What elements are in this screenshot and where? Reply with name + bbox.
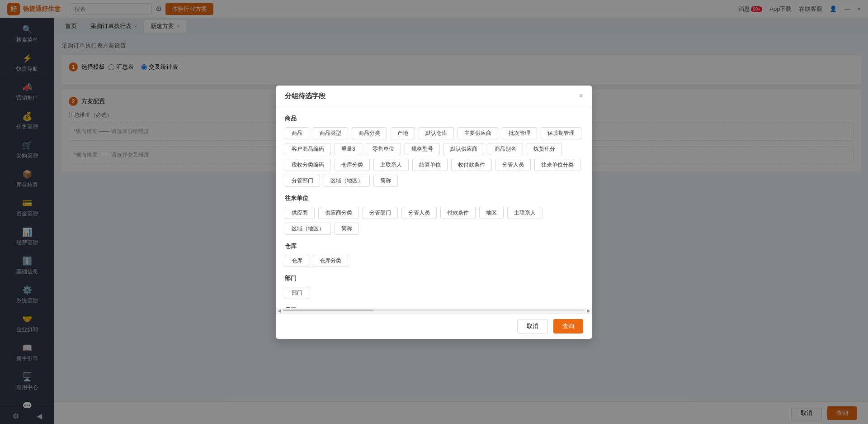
modal-footer: 取消 查询	[276, 313, 592, 339]
hscroll-left-arrow[interactable]: ◀	[278, 308, 281, 313]
field-tag[interactable]: 默认供应商	[443, 143, 484, 155]
warehouse-section-title: 仓库	[285, 242, 583, 250]
field-tag[interactable]: 供应商	[285, 207, 315, 219]
warehouse-section: 仓库 仓库 仓库分类	[285, 242, 583, 267]
field-tag[interactable]: 仓库分类	[335, 159, 370, 171]
field-tag[interactable]: 主联系人	[507, 207, 542, 219]
warehouse-field-tags: 仓库 仓库分类	[285, 255, 583, 267]
field-tag[interactable]: 付款条件	[440, 207, 476, 219]
field-tag[interactable]: 零售单位	[366, 143, 401, 155]
modal-close-btn[interactable]: ×	[579, 92, 583, 100]
field-tag[interactable]: 收付款条件	[451, 159, 492, 171]
field-tag[interactable]: 供应商分类	[318, 207, 359, 219]
field-tag[interactable]: 主联系人	[373, 159, 409, 171]
modal-title: 分组待选字段	[285, 92, 326, 100]
goods-field-tags: 商品 商品类型 商品分类 产地 默认仓库 主要供应商 批次管理 保质期管理 客户…	[285, 127, 583, 187]
field-tag[interactable]: 仓库分类	[313, 255, 348, 267]
field-tag[interactable]: 保质期管理	[541, 127, 581, 139]
goods-section-title: 商品	[285, 114, 583, 123]
field-tag[interactable]: 批次管理	[502, 127, 537, 139]
field-tag[interactable]: 产地	[391, 127, 415, 139]
field-tag[interactable]: 简称	[373, 175, 398, 187]
field-tag[interactable]: 税收分类编码	[285, 159, 331, 171]
field-tag[interactable]: 分管部门	[285, 175, 320, 187]
field-tag[interactable]: 部门	[285, 287, 309, 299]
partner-field-tags: 供应商 供应商分类 分管部门 分管人员 付款条件 地区 主联系人 区域（地区） …	[285, 207, 583, 235]
field-tag[interactable]: 规格型号	[405, 143, 440, 155]
modal-hscroll[interactable]: ◀ ▶	[276, 308, 592, 313]
field-tag[interactable]: 分管部门	[363, 207, 398, 219]
field-tag[interactable]: 默认仓库	[419, 127, 454, 139]
goods-section: 商品 商品 商品类型 商品分类 产地 默认仓库 主要供应商 批次管理 保质期管理…	[285, 114, 583, 187]
field-tag[interactable]: 区域（地区）	[285, 223, 331, 235]
field-tag[interactable]: 仓库	[285, 255, 309, 267]
field-tag[interactable]: 区域（地区）	[324, 175, 370, 187]
modal-body: 商品 商品 商品类型 商品分类 产地 默认仓库 主要供应商 批次管理 保质期管理…	[276, 107, 592, 308]
field-tag[interactable]: 分管人员	[401, 207, 437, 219]
field-tag[interactable]: 地区	[479, 207, 504, 219]
field-tag[interactable]: 商品别名	[488, 143, 523, 155]
field-tag[interactable]: 客户商品编码	[285, 143, 331, 155]
field-tag[interactable]: 结算单位	[412, 159, 448, 171]
field-tag[interactable]: 商品	[285, 127, 309, 139]
partner-section: 往来单位 供应商 供应商分类 分管部门 分管人员 付款条件 地区 主联系人 区域…	[285, 194, 583, 235]
field-tag[interactable]: 往来单位分类	[534, 159, 580, 171]
hscroll-thumb	[283, 310, 373, 311]
field-select-modal: 分组待选字段 × 商品 商品 商品类型 商品分类 产地 默认仓库 主要供应商 批…	[276, 86, 592, 339]
field-tag[interactable]: 商品分类	[352, 127, 387, 139]
department-field-tags: 部门	[285, 287, 583, 299]
field-tag[interactable]: 重量3	[335, 143, 362, 155]
modal-confirm-button[interactable]: 查询	[553, 319, 583, 333]
field-tag[interactable]: 炼货积分	[527, 143, 562, 155]
hscroll-track	[283, 310, 585, 311]
department-section-title: 部门	[285, 274, 583, 282]
hscroll-right-arrow[interactable]: ▶	[587, 308, 590, 313]
field-tag[interactable]: 主要供应商	[458, 127, 498, 139]
modal-overlay[interactable]: 分组待选字段 × 商品 商品 商品类型 商品分类 产地 默认仓库 主要供应商 批…	[0, 0, 868, 424]
field-tag[interactable]: 简称	[335, 223, 359, 235]
partner-section-title: 往来单位	[285, 194, 583, 202]
department-section: 部门 部门	[285, 274, 583, 299]
modal-cancel-button[interactable]: 取消	[517, 319, 548, 333]
field-tag[interactable]: 分管人员	[495, 159, 531, 171]
field-tag[interactable]: 商品类型	[313, 127, 348, 139]
modal-header: 分组待选字段 ×	[276, 86, 592, 107]
